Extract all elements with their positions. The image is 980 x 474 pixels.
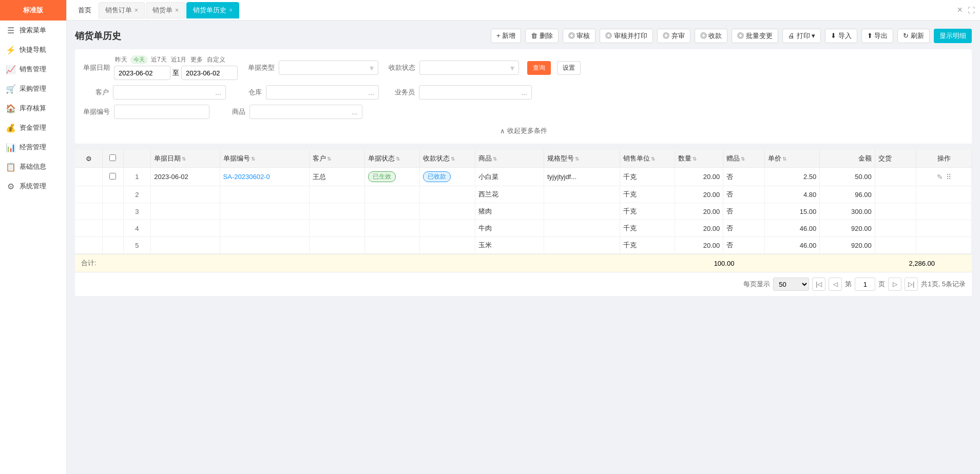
table-settings-icon[interactable]: ⚙ [86, 155, 92, 163]
cell-sn [220, 220, 310, 237]
select-all-checkbox[interactable] [109, 154, 116, 161]
date-tab-more[interactable]: 更多 [189, 55, 204, 64]
cell-sn[interactable]: SA-20230602-0 [220, 168, 310, 186]
goods-input[interactable] [254, 108, 352, 116]
tab-sales-history[interactable]: 销货单历史 × [186, 2, 239, 18]
warehouse-input[interactable] [271, 89, 368, 96]
tab-sales-order[interactable]: 销售订单 × [99, 2, 145, 18]
cell-qty: 20.00 [675, 237, 723, 254]
close-window-button[interactable]: × [953, 5, 967, 15]
th-price[interactable]: 单价⇅ [764, 150, 819, 168]
prev-page-button[interactable]: ◁ [829, 278, 842, 291]
th-gift[interactable]: 赠品⇅ [723, 150, 765, 168]
cell-customer [310, 237, 364, 254]
th-date[interactable]: 单据日期⇅ [151, 150, 220, 168]
batch-change-button[interactable]: ◎ 批量变更 [732, 29, 778, 43]
pay-status-input[interactable] [424, 64, 510, 72]
footer-label: 合计: [81, 259, 97, 268]
cell-price: 46.00 [764, 220, 819, 237]
cell-trans [875, 220, 916, 237]
th-customer[interactable]: 客户⇅ [310, 150, 364, 168]
goods-ellipsis-btn[interactable]: ... [352, 108, 358, 116]
doc-type-input[interactable] [283, 64, 370, 72]
cell-qty: 20.00 [675, 220, 723, 237]
collapse-button[interactable]: ∧ 收起更多条件 [498, 124, 549, 137]
th-settings[interactable]: ⚙ [75, 150, 103, 168]
cell-check[interactable] [103, 168, 123, 186]
sort-icon: ⇅ [493, 156, 497, 162]
sidebar-item-system-mgmt[interactable]: ⚙ 系统管理 [0, 176, 66, 196]
cell-unit: 千克 [620, 203, 675, 220]
sidebar-item-inventory[interactable]: 🏠 库存核算 [0, 98, 66, 118]
maximize-button[interactable]: ⛶ [968, 6, 975, 14]
export-button[interactable]: ⬆ 导出 [861, 29, 894, 43]
settings-button[interactable]: 设置 [557, 61, 581, 75]
footer-amount: 2,286.00 [909, 260, 935, 267]
print-button[interactable]: 🖨 打印 ▾ [782, 29, 821, 43]
th-qty[interactable]: 数量⇅ [675, 150, 723, 168]
cell-check[interactable] [103, 186, 123, 203]
page-input[interactable] [855, 278, 875, 291]
table-header-row: ⚙ 单据日期⇅ 单据编号⇅ 客户⇅ [75, 150, 972, 168]
table-row: 3 猪肉 千克 20.00 否 15.00 300.00 [75, 203, 972, 220]
th-sn[interactable]: 单据编号⇅ [220, 150, 310, 168]
sidebar-item-finance[interactable]: 💰 资金管理 [0, 118, 66, 137]
show-detail-button[interactable]: 显示明细 [934, 29, 972, 43]
date-tab-yesterday[interactable]: 昨天 [114, 55, 128, 64]
page-size-select[interactable]: 50 100 200 [773, 278, 809, 291]
cell-check[interactable] [103, 203, 123, 220]
cell-amount: 96.00 [820, 186, 875, 203]
th-check[interactable] [103, 150, 123, 168]
tab-sales-goods[interactable]: 销货单 × [146, 2, 185, 18]
customer-input[interactable] [118, 89, 215, 96]
close-tab-icon[interactable]: × [175, 7, 179, 14]
salesperson-input[interactable] [424, 89, 521, 96]
th-doc-status[interactable]: 单据状态⇅ [364, 150, 419, 168]
sidebar-item-basic-info[interactable]: 📋 基础信息 [0, 157, 66, 176]
date-tab-1month[interactable]: 近1月 [170, 55, 188, 64]
date-to-input[interactable] [181, 66, 238, 80]
abandon-button[interactable]: ◎ 弃审 [657, 29, 690, 43]
sidebar-item-sales-mgmt[interactable]: 📈 销售管理 [0, 60, 66, 79]
tab-home[interactable]: 首页 [72, 2, 98, 18]
add-button[interactable]: + 新增 [491, 29, 521, 43]
collect-button[interactable]: ◎ 收款 [695, 29, 728, 43]
th-unit[interactable]: 销售单位⇅ [620, 150, 675, 168]
cell-op [916, 203, 972, 220]
import-button[interactable]: ⬇ 导入 [825, 29, 857, 43]
sidebar-item-quick-nav[interactable]: ⚡ 快捷导航 [0, 40, 66, 60]
cell-qty: 20.00 [675, 186, 723, 203]
salesperson-ellipsis-btn[interactable]: ... [521, 88, 527, 96]
customer-ellipsis-btn[interactable]: ... [215, 88, 221, 96]
warehouse-ellipsis-btn[interactable]: ... [368, 88, 374, 96]
date-tab-today[interactable]: 今天 [130, 55, 148, 64]
sidebar-item-business[interactable]: 📊 经营管理 [0, 137, 66, 157]
last-page-button[interactable]: ▷| [905, 278, 918, 291]
query-button[interactable]: 查询 [527, 61, 551, 75]
cell-pay-status [420, 220, 475, 237]
audit-print-button[interactable]: ◎ 审核并打印 [600, 29, 653, 43]
close-tab-icon[interactable]: × [134, 7, 138, 14]
delete-button[interactable]: 🗑 删除 [525, 29, 559, 43]
th-pay-status[interactable]: 收款状态⇅ [420, 150, 475, 168]
refresh-button[interactable]: ↻ 刷新 [897, 29, 930, 43]
first-page-button[interactable]: |◁ [812, 278, 825, 291]
collapse-row: ∧ 收起更多条件 [83, 124, 964, 137]
doc-no-input[interactable] [114, 105, 209, 119]
date-tab-7days[interactable]: 近7天 [150, 55, 168, 64]
cell-gift: 否 [723, 203, 765, 220]
sidebar-item-search-menu[interactable]: ☰ 搜索菜单 [0, 21, 66, 40]
close-tab-icon[interactable]: × [229, 7, 233, 14]
cell-check[interactable] [103, 237, 123, 254]
more-op-btn[interactable]: ⠿ [946, 173, 951, 181]
edit-op-btn[interactable]: ✎ [937, 173, 943, 181]
cell-check[interactable] [103, 220, 123, 237]
date-from-input[interactable] [114, 66, 170, 80]
date-tab-custom[interactable]: 自定义 [206, 55, 226, 64]
search-icon: ☰ [6, 26, 15, 35]
next-page-button[interactable]: ▷ [888, 278, 901, 291]
sidebar-item-purchase-mgmt[interactable]: 🛒 采购管理 [0, 79, 66, 98]
th-spec[interactable]: 规格型号⇅ [544, 150, 620, 168]
audit-button[interactable]: ◎ 审核 [563, 29, 596, 43]
th-goods[interactable]: 商品⇅ [475, 150, 544, 168]
